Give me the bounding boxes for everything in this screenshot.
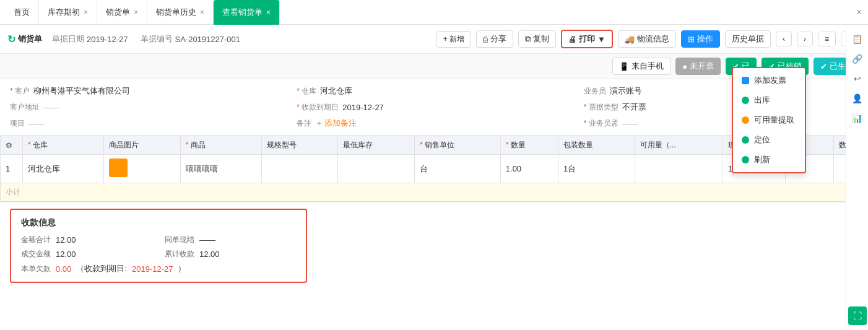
tab-view-sales[interactable]: 查看销货单 × (214, 0, 280, 25)
available-icon (742, 116, 749, 124)
dropdown-locate[interactable]: 定位 (733, 130, 805, 150)
prev-button[interactable]: ‹ (776, 32, 792, 46)
warehouse-field: 仓库 河北仓库 (297, 85, 571, 97)
phone-icon: 📱 (619, 62, 629, 71)
doc-icon: ↻ (7, 33, 15, 45)
from-phone-button[interactable]: 📱 来自手机 (612, 58, 671, 75)
product-image (109, 158, 128, 177)
deal-value: 12.00 (56, 250, 76, 259)
due-note: （收款到期日: (76, 263, 127, 274)
sidebar-link-icon[interactable]: 🔗 (848, 50, 867, 68)
sidebar-chart-icon[interactable]: 📊 (848, 109, 867, 128)
effect-icon: ✔ (820, 62, 827, 71)
row-qty: 1.00 (500, 155, 558, 183)
total-value: 12.00 (56, 235, 76, 245)
close-all-tabs[interactable]: × (856, 7, 862, 18)
due-date: 2019-12-27 (132, 264, 173, 274)
tab-close-sales[interactable]: × (134, 8, 138, 17)
tab-close-view[interactable]: × (266, 8, 271, 17)
col-pack-qty: 包装数量 (558, 136, 635, 155)
tab-sales-order[interactable]: 销货单 × (97, 0, 147, 25)
warehouse-value: 河北仓库 (320, 85, 352, 97)
col-spec: 规格型号 (261, 136, 338, 155)
salesperson2-label: 业务员孟 (584, 118, 618, 129)
add-note-button[interactable]: ＋ 添加备注 (315, 118, 357, 129)
operation-button[interactable]: ⊞ 操作 (681, 30, 720, 48)
settle-label: 同单现结 (165, 235, 194, 245)
total-label: 金额合计 (21, 235, 51, 245)
print-button[interactable]: 🖨 打印 ▼ (561, 30, 613, 48)
deal-label: 成交金额 (21, 249, 51, 259)
doc-title-text: 销货单 (18, 33, 42, 45)
logistics-button[interactable]: 🚚 物流信息 (618, 30, 676, 48)
doc-num-field: 单据编号 SA-20191227-001 (141, 33, 241, 45)
cumulative-label: 累计收款 (165, 249, 194, 259)
sidebar-user-icon[interactable]: 👤 (848, 89, 867, 108)
operation-icon: ⊞ (688, 35, 695, 44)
tab-close-history[interactable]: × (200, 8, 204, 17)
project-field: 项目 —— (10, 118, 284, 129)
tab-home[interactable]: 首页 (5, 0, 39, 25)
row-min-stock (338, 155, 415, 183)
row-spec (261, 155, 338, 183)
col-gear: ⚙ (1, 136, 23, 155)
refresh-icon (742, 156, 749, 163)
address-field: 客户地址 —— (10, 102, 284, 113)
address-value: —— (43, 103, 59, 112)
cumulative-row: 累计收款 12.00 (165, 249, 296, 259)
doc-date-field: 单据日期 2019-12-27 (52, 33, 128, 45)
doc-header: ↻ 销货单 单据日期 2019-12-27 单据编号 SA-20191227-0… (0, 25, 868, 54)
invoice-icon (742, 77, 749, 84)
locate-icon (742, 136, 749, 144)
outbound-icon (742, 97, 749, 104)
tab-close-inventory[interactable]: × (84, 8, 88, 17)
dropdown-outbound[interactable]: 出库 (733, 90, 805, 110)
due-row: 本单欠款 0.00 （收款到期日: 2019-12-27 ） (21, 263, 296, 274)
total-row: 金额合计 12.00 (21, 235, 152, 245)
dropdown-add-invoice[interactable]: 添加发票 (733, 71, 805, 90)
salesperson2-value: —— (622, 119, 638, 128)
project-value: —— (28, 119, 45, 128)
col-qty: 数量 (500, 136, 558, 155)
doc-title-area: ↻ 销货单 单据日期 2019-12-27 单据编号 SA-20191227-0… (7, 33, 436, 45)
tab-sales-history[interactable]: 销货单历史 × (147, 0, 214, 25)
ticket-type-field: 票据类型 不开票 (584, 102, 858, 113)
col-warehouse: 仓库 (23, 136, 104, 155)
dropdown-refresh[interactable]: 刷新 (733, 150, 805, 170)
due-date-label: 收款到期日 (297, 102, 339, 113)
col-unit: 销售单位 (415, 136, 501, 155)
sidebar-expand-icon[interactable]: ⛶ (848, 306, 867, 325)
doc-title: ↻ 销货单 (7, 33, 42, 45)
row-product: 嘻嘻嘻嘻 (180, 155, 261, 183)
salesperson-field: 业务员 演示账号 (584, 85, 858, 97)
due-end: ） (178, 263, 186, 274)
history-button[interactable]: 历史单据 (725, 30, 771, 48)
due-date-field: 收款到期日 2019-12-27 (297, 102, 571, 113)
print-icon: 🖨 (568, 35, 576, 44)
next-button[interactable]: › (797, 32, 813, 46)
copy-icon: ⧉ (525, 34, 531, 44)
not-open-button[interactable]: ● 未开票 (675, 58, 721, 75)
subtotal-label: 小计 (1, 183, 868, 202)
add-button[interactable]: + 新增 (436, 31, 471, 48)
note-label: 备注 (297, 118, 311, 129)
share-button[interactable]: ⎙ 分享 (476, 30, 513, 48)
copy-button[interactable]: ⧉ 复制 (518, 30, 556, 48)
due-date-value: 2019-12-27 (342, 103, 384, 112)
settle-value: —— (199, 235, 215, 245)
bottom-section: 收款信息 金额合计 12.00 同单现结 —— 成交金额 12.00 累计收款 … (0, 202, 868, 289)
salesperson-value: 演示账号 (610, 85, 642, 97)
row-unit: 台 (415, 155, 501, 183)
sidebar-return-icon[interactable]: ↩ (848, 69, 867, 88)
doc-toolbar: + 新增 ⎙ 分享 ⧉ 复制 🖨 打印 ▼ 🚚 物流信息 ⊞ 操作 (436, 30, 861, 48)
share-icon: ⎙ (483, 35, 488, 44)
customer-field: 客户 柳州粤港平安气体有限公司 (10, 85, 284, 97)
note-field: 备注 ＋ 添加备注 (297, 118, 571, 129)
tab-inventory-init[interactable]: 库存期初 × (39, 0, 97, 25)
list-view-button[interactable]: ≡ (818, 32, 836, 46)
dropdown-available[interactable]: 可用量提取 (733, 110, 805, 130)
print-dropdown-icon: ▼ (597, 35, 605, 44)
ticket-icon: ● (682, 62, 687, 71)
row-img (104, 155, 181, 183)
sidebar-doc-icon[interactable]: 📋 (848, 30, 867, 48)
